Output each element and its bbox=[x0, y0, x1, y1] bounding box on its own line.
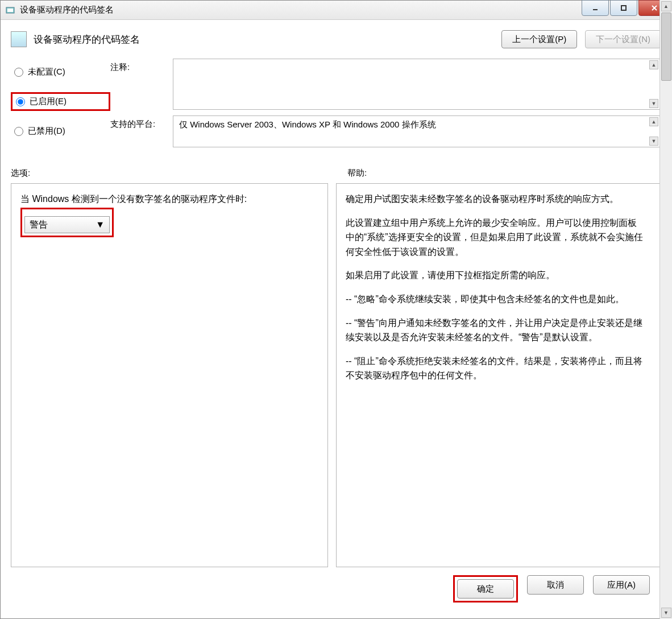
help-text: -- “警告”向用户通知未经数字签名的文件，并让用户决定是停止安装还是继续安装以… bbox=[346, 316, 644, 345]
help-pane: 确定用户试图安装未经数字签名的设备驱动程序时系统的响应方式。 此设置建立组中用户… bbox=[336, 183, 661, 567]
platform-box: 仅 Windows Server 2003、Windows XP 和 Windo… bbox=[173, 115, 661, 147]
options-prompt: 当 Windows 检测到一个没有数字签名的驱动程序文件时: bbox=[20, 192, 318, 207]
policy-icon bbox=[11, 31, 27, 47]
radio-enabled[interactable]: 已启用(E) bbox=[11, 92, 110, 111]
platform-row: 支持的平台: 仅 Windows Server 2003、Windows XP … bbox=[110, 115, 661, 147]
radio-disabled[interactable]: 已禁用(D) bbox=[11, 123, 110, 139]
radio-not-configured[interactable]: 未配置(C) bbox=[11, 64, 110, 80]
right-column: 注释: ▲ ▼ 支持的平台: 仅 Windows Server 2003、Win… bbox=[110, 59, 661, 153]
platform-scroll[interactable]: ▲ ▼ bbox=[649, 117, 659, 146]
options-label: 选项: bbox=[11, 168, 336, 179]
apply-button[interactable]: 应用(A) bbox=[593, 575, 650, 595]
radio-enabled-label: 已启用(E) bbox=[30, 96, 67, 107]
radio-not-configured-label: 未配置(C) bbox=[28, 67, 65, 77]
scroll-up-icon[interactable]: ▲ bbox=[649, 60, 658, 69]
page-scrollbar[interactable]: ▲ ▼ bbox=[659, 0, 672, 619]
scroll-up-icon[interactable]: ▲ bbox=[661, 1, 671, 11]
chevron-down-icon: ▼ bbox=[96, 217, 105, 232]
window-controls bbox=[582, 1, 671, 19]
section-labels: 选项: 帮助: bbox=[11, 168, 661, 179]
nav-buttons: 上一个设置(P) 下一个设置(N) bbox=[501, 30, 661, 48]
options-pane: 当 Windows 检测到一个没有数字签名的驱动程序文件时: 警告 ▼ bbox=[11, 183, 328, 567]
help-text: -- “阻止”命令系统拒绝安装未经签名的文件。结果是，安装将停止，而且将不安装驱… bbox=[346, 354, 644, 383]
radio-enabled-input[interactable] bbox=[16, 97, 25, 106]
policy-title: 设备驱动程序的代码签名 bbox=[34, 33, 501, 46]
cancel-button[interactable]: 取消 bbox=[527, 575, 584, 595]
next-setting-button[interactable]: 下一个设置(N) bbox=[585, 30, 661, 48]
svg-rect-3 bbox=[621, 6, 626, 10]
scroll-down-icon[interactable]: ▼ bbox=[649, 99, 658, 108]
titlebar: 设备驱动程序的代码签名 bbox=[1, 1, 671, 20]
dropdown-value: 警告 bbox=[30, 217, 48, 232]
platform-label: 支持的平台: bbox=[110, 115, 173, 147]
comment-label: 注释: bbox=[110, 59, 173, 110]
window-title: 设备驱动程序的代码签名 bbox=[20, 5, 582, 15]
scroll-down-icon[interactable]: ▼ bbox=[661, 608, 671, 618]
ok-highlight: 确定 bbox=[453, 575, 518, 603]
comment-textarea[interactable]: ▲ ▼ bbox=[173, 59, 661, 110]
help-text: 确定用户试图安装未经数字签名的设备驱动程序时系统的响应方式。 bbox=[346, 192, 644, 207]
scroll-down-icon[interactable]: ▼ bbox=[649, 137, 658, 146]
svg-rect-1 bbox=[7, 9, 13, 12]
response-dropdown[interactable]: 警告 ▼ bbox=[24, 216, 110, 233]
ok-button[interactable]: 确定 bbox=[457, 579, 514, 599]
radio-not-configured-input[interactable] bbox=[14, 68, 23, 77]
help-text: -- “忽略”命令系统继续安装，即使其中包含未经签名的文件也是如此。 bbox=[346, 292, 644, 307]
button-bar: 确定 取消 应用(A) bbox=[11, 567, 661, 613]
minimize-button[interactable] bbox=[582, 0, 609, 16]
help-text: 如果启用了此设置，请使用下拉框指定所需的响应。 bbox=[346, 268, 644, 283]
comment-row: 注释: ▲ ▼ bbox=[110, 59, 661, 110]
header-row: 设备驱动程序的代码签名 上一个设置(P) 下一个设置(N) bbox=[11, 30, 661, 48]
dialog-window: 设备驱动程序的代码签名 设备驱动程序的代码签名 上一个设置(P) 下一个设置(N… bbox=[0, 0, 672, 619]
previous-setting-button[interactable]: 上一个设置(P) bbox=[501, 30, 577, 48]
scroll-up-icon[interactable]: ▲ bbox=[649, 117, 658, 126]
comment-scroll[interactable]: ▲ ▼ bbox=[649, 60, 659, 108]
maximize-button[interactable] bbox=[610, 0, 637, 16]
app-icon bbox=[5, 5, 15, 15]
radio-disabled-label: 已禁用(D) bbox=[28, 126, 65, 137]
dialog-content: 设备驱动程序的代码签名 上一个设置(P) 下一个设置(N) 未配置(C) 已启用… bbox=[1, 20, 671, 618]
radio-group: 未配置(C) 已启用(E) 已禁用(D) bbox=[11, 59, 110, 153]
scroll-thumb[interactable] bbox=[661, 13, 671, 81]
help-text: 此设置建立组中用户系统上允许的最少安全响应。用户可以使用控制面板中的“系统”选择… bbox=[346, 216, 644, 259]
lower-panes: 当 Windows 检测到一个没有数字签名的驱动程序文件时: 警告 ▼ 确定用户… bbox=[11, 183, 661, 567]
help-label: 帮助: bbox=[336, 168, 661, 179]
dropdown-highlight: 警告 ▼ bbox=[20, 208, 114, 237]
platform-text: 仅 Windows Server 2003、Windows XP 和 Windo… bbox=[179, 119, 436, 129]
top-grid: 未配置(C) 已启用(E) 已禁用(D) 注释: ▲ bbox=[11, 59, 661, 153]
radio-disabled-input[interactable] bbox=[14, 127, 23, 136]
